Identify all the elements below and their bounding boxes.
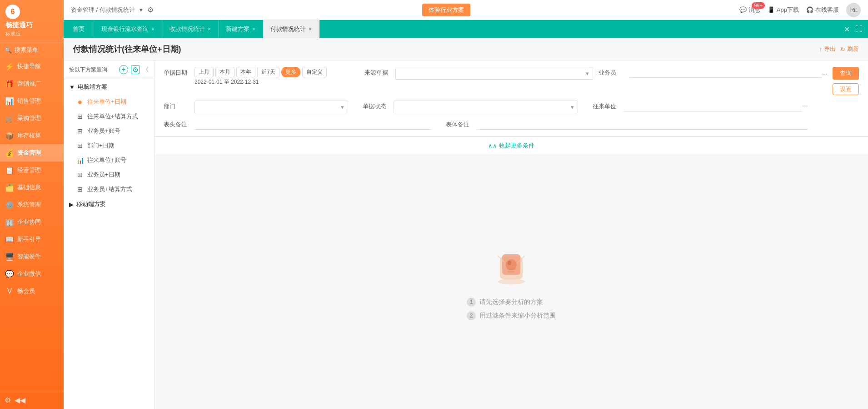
export-btn[interactable]: ↑ 导出 [819,45,836,53]
table-header-input[interactable] [195,119,431,130]
scheme-group-desktop-header[interactable]: ▼ 电脑端方案 [64,79,154,95]
message-icon: 💬 [739,6,747,13]
query-btn[interactable]: 查询 [833,67,859,80]
scheme-add-btn[interactable]: + [119,65,128,74]
staff-input[interactable] [629,67,821,78]
scheme-item-staff-date[interactable]: ⊞ 业务员+日期 [64,167,154,182]
staff-label: 业务员 [599,67,624,77]
online-service-label: 在线客服 [815,6,839,14]
tab-close-payment[interactable]: × [309,26,312,32]
sidebar-item-guide[interactable]: 📖 新手引导 [0,231,64,248]
tab-label-collection: 收款情况统计 [170,25,205,33]
sidebar-item-hardware[interactable]: 🖥️ 智能硬件 [0,248,64,265]
sidebar-item-operation[interactable]: 📋 经营管理 [0,162,64,179]
sidebar-search[interactable]: 🔍 搜索菜单 [0,42,64,58]
source-select[interactable]: ▾ [395,67,593,80]
header: 资金管理 / 付款情况统计 ▾ ⚙ 体验行业方案 💬 消息 99+ 📱 App下… [64,0,868,20]
date-filter-group: 上月 本月 本年 近7天 更多 自定义 2022-01-01 至 2022-12… [195,67,359,86]
scheme-group-desktop-label: 电脑端方案 [78,83,107,91]
tab-collection[interactable]: 收款情况统计× [162,20,219,38]
sidebar-item-finance[interactable]: 💰 资金管理 [0,144,64,162]
scheme-item-unit-account[interactable]: 📊 往来单位+账号 [64,153,154,167]
scheme-group-mobile-header[interactable]: ▶ 移动端方案 [64,197,154,212]
scheme-item-dept-date[interactable]: ⊞ 部门+日期 [64,138,154,153]
scheme-item-unit-settle[interactable]: ⊞ 往来单位+结算方式 [64,109,154,124]
sidebar-item-wechat[interactable]: 💬 企业微信 [0,265,64,283]
header-gear-icon[interactable]: ⚙ [147,5,154,14]
app-download-btn[interactable]: 📱 App下载 [768,6,799,14]
tab-bar-actions: ✕ ⛶ [838,20,868,38]
header-dropdown-icon[interactable]: ▾ [140,6,143,13]
search-label: 搜索菜单 [15,46,38,54]
scheme-group-desktop: ▼ 电脑端方案 ● 往来单位+日期 ⊞ 往来单位+结算方式 ⊞ [64,79,154,197]
doc-status-select[interactable]: ▾ [394,101,578,113]
source-label: 来源单据 [364,67,390,77]
scheme-item-unit-date[interactable]: ● 往来单位+日期 [64,95,154,109]
settings-btn[interactable]: 设置 [833,83,859,95]
nav-label-wechat: 企业微信 [17,270,41,278]
scheme-item-icon-staff-account: ⊞ [76,127,84,135]
tab-label-cashflow: 现金银行流水查询 [101,25,149,33]
scheme-item-staff-settle[interactable]: ⊞ 业务员+结算方式 [64,182,154,197]
close-all-icon[interactable]: ✕ [844,25,850,34]
tab-close-new-scheme[interactable]: × [252,26,255,32]
sidebar-item-inventory[interactable]: 📦 库存核算 [0,127,64,144]
logo-sub: 标准版 [5,30,20,37]
nav-label-guide: 新手引导 [17,235,41,243]
nav-icon-basic: 🗂️ [5,183,14,192]
tab-payment[interactable]: 付款情况统计× [263,20,319,38]
collapse-more-btn[interactable]: ∧∧ 收起更多条件 [155,136,868,154]
collapse-icon: ∧∧ [488,142,497,149]
logo-text: 畅捷通巧 [5,21,33,30]
table-body-input[interactable] [477,119,808,130]
sidebar-item-sales[interactable]: 📊 销售管理 [0,92,64,110]
partner-input[interactable] [624,101,802,111]
nav-icon-wechat: 💬 [5,270,14,278]
tab-close-cashflow[interactable]: × [151,26,155,32]
nav-label-enterprise: 企业协同 [17,218,41,226]
refresh-btn[interactable]: ↻ 刷新 [840,45,859,53]
dept-select[interactable]: ▾ [195,101,348,113]
tab-label-new-scheme: 新建方案 [226,25,249,33]
sidebar-item-system[interactable]: ⚙️ 系统管理 [0,196,64,213]
tab-home[interactable]: 首页 [64,20,94,38]
empty-tips: 1 请先选择要分析的方案 2 用过滤条件来缩小分析范围 [467,298,556,320]
scheme-item-icon-staff-date: ⊞ [76,171,84,178]
tab-close-collection[interactable]: × [208,26,211,32]
sidebar-item-purchase[interactable]: 🛒 采购管理 [0,110,64,127]
sidebar-item-marketing[interactable]: 🎁 营销推广 [0,75,64,92]
date-btn-last-month[interactable]: 上月 [195,67,214,77]
nav-label-operation: 经营管理 [17,166,41,174]
tab-new-scheme[interactable]: 新建方案× [219,20,263,38]
filter-row-1: 单据日期 上月 本月 本年 近7天 更多 自定义 20 [164,67,859,95]
scheme-item-icon-staff-settle: ⊞ [76,186,84,193]
scheme-panel-header: 按以下方案查询 + ⚙ 《 [64,61,154,79]
scheme-item-staff-account[interactable]: ⊞ 业务员+账号 [64,124,154,138]
date-btn-this-year[interactable]: 本年 [236,67,255,77]
sidebar-item-basic[interactable]: 🗂️ 基础信息 [0,179,64,196]
sidebar-item-enterprise[interactable]: 🏢 企业协同 [0,213,64,231]
sidebar-item-member[interactable]: V 畅会员 [0,283,64,300]
scheme-collapse-btn[interactable]: 《 [143,66,149,74]
tab-bar: 首页现金银行流水查询×收款情况统计×新建方案×付款情况统计× ✕ ⛶ [64,20,868,38]
scheme-settings-btn[interactable]: ⚙ [131,65,140,74]
online-service-btn[interactable]: 🎧 在线客服 [806,6,839,14]
staff-dots-btn[interactable]: ... [821,68,827,76]
filter-row-2: 部门 ▾ 单据状态 ▾ [164,101,859,113]
partner-dots-btn[interactable]: ··· [802,102,808,110]
message-btn[interactable]: 💬 消息 99+ [739,6,760,14]
sidebar-item-quick-nav[interactable]: ⚡ 快捷导航 [0,58,64,75]
sidebar-collapse-btn[interactable]: ◀◀ [15,396,25,404]
avatar[interactable]: Rit [846,3,861,17]
date-btn-more[interactable]: 更多 [281,67,300,77]
nav-label-purchase: 采购管理 [17,114,41,122]
maximize-icon[interactable]: ⛶ [855,25,863,33]
sidebar-settings-btn[interactable]: ⚙ [5,396,11,404]
doc-status-field: ▾ [394,101,578,113]
trial-btn[interactable]: 体验行业方案 [422,4,470,16]
main-body: 按以下方案查询 + ⚙ 《 ▼ 电脑端方案 ● [64,61,868,409]
tab-cashflow[interactable]: 现金银行流水查询× [94,20,162,38]
date-btn-this-month[interactable]: 本月 [215,67,234,77]
date-btn-last7[interactable]: 近7天 [257,67,279,77]
date-btn-custom[interactable]: 自定义 [302,67,327,77]
